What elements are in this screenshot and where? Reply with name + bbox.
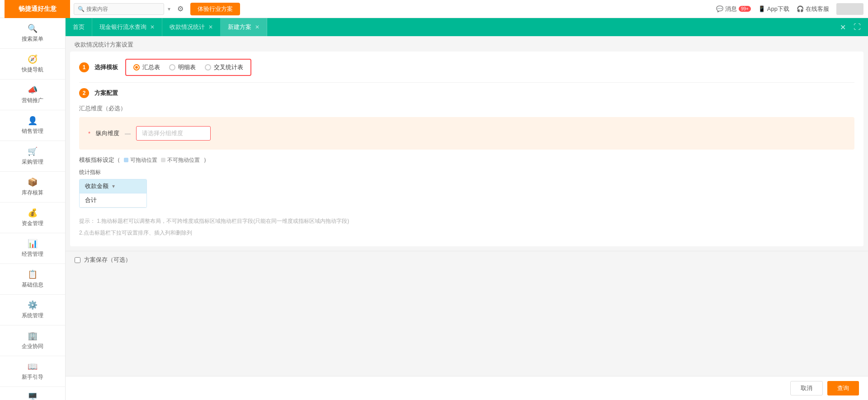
tab-cash-flow-close[interactable]: ✕	[150, 24, 155, 30]
sidebar-item-marketing[interactable]: 📣 营销推广	[0, 80, 65, 110]
sidebar-item-label: 销售管理	[22, 127, 43, 135]
query-button[interactable]: 查询	[827, 381, 859, 395]
search-input[interactable]	[86, 6, 150, 12]
radio-cross-label: 交叉统计表	[214, 63, 243, 71]
settings-icon[interactable]: ⚙	[174, 3, 187, 15]
dimension-row: * 纵向维度 — 请选择分组维度	[88, 126, 845, 141]
sidebar-item-basic-info[interactable]: 📋 基础信息	[0, 264, 65, 295]
system-icon: ⚙️	[28, 300, 38, 310]
tab-maximize-button[interactable]: ⛶	[851, 21, 863, 33]
nav-icon: 🧭	[28, 54, 38, 64]
non-draggable-hint: 不可拖动位置	[161, 156, 200, 164]
metrics-hint-label: 模板指标设定（	[79, 156, 120, 164]
metrics-row-label: 合计	[85, 197, 97, 203]
management-icon: 📊	[28, 239, 38, 249]
sidebar-item-search[interactable]: 🔍 搜索菜单	[0, 18, 65, 49]
metrics-section-label: 统计指标	[79, 169, 854, 176]
dimension-input[interactable]: 请选择分组维度	[136, 126, 211, 141]
search-menu-icon: 🔍	[28, 24, 38, 33]
purchase-icon: 🛒	[28, 146, 38, 156]
sidebar-item-label: 经营管理	[22, 250, 43, 258]
user-avatar[interactable]	[836, 3, 863, 15]
sidebar-item-sales[interactable]: 👤 销售管理	[0, 110, 65, 141]
radio-detail-label: 明细表	[178, 63, 196, 71]
tab-home[interactable]: 首页	[66, 18, 92, 36]
non-draggable-dot	[161, 158, 165, 162]
step2-badge: 2	[79, 88, 89, 98]
tab-new-plan[interactable]: 新建方案 ✕	[221, 18, 267, 36]
cancel-button[interactable]: 取消	[790, 381, 823, 395]
search-dropdown-icon[interactable]: ▾	[168, 6, 170, 12]
sidebar-item-nav[interactable]: 🧭 快捷导航	[0, 49, 65, 80]
tab-close-all-button[interactable]: ✕	[836, 21, 849, 33]
draggable-hint: 可拖动位置	[124, 156, 157, 164]
top-header: 畅捷通好生意 🔍 ▾ ⚙ 体验行业方案 💬 消息 99+ 📱 App下载 🎧 在…	[0, 0, 868, 18]
dimension-area: * 纵向维度 — 请选择分组维度	[79, 117, 854, 150]
service-label: 在线客服	[806, 5, 829, 13]
sales-icon: 👤	[28, 116, 38, 126]
sidebar-item-label: 资金管理	[22, 220, 43, 227]
metrics-col-label: 收款金额	[85, 182, 108, 190]
download-icon: 📱	[758, 5, 765, 12]
download-item[interactable]: 📱 App下载	[758, 5, 789, 13]
trial-button[interactable]: 体验行业方案	[190, 3, 240, 15]
sidebar-item-enterprise[interactable]: 🏢 企业协同	[0, 325, 65, 356]
sidebar-item-guide[interactable]: 📖 新手引导	[0, 356, 65, 387]
metrics-row: 合计	[80, 193, 146, 207]
sidebar-item-management[interactable]: 📊 经营管理	[0, 233, 65, 264]
main-layout: 🔍 搜索菜单 🧭 快捷导航 📣 营销推广 👤 销售管理 🛒 采购管理 📦 库存核…	[0, 18, 868, 400]
message-label: 消息	[725, 5, 737, 13]
radio-cross-dot	[205, 64, 211, 71]
tab-receivable-close[interactable]: ✕	[208, 24, 213, 30]
sidebar-item-label: 采购管理	[22, 158, 43, 166]
tab-receivable[interactable]: 收款情况统计 ✕	[162, 18, 221, 36]
draggable-dot	[124, 158, 128, 162]
main-card: 1 选择模板 汇总表 明细表	[70, 52, 863, 246]
dimension-section-label: 汇总维度（必选）	[79, 104, 854, 113]
metrics-dropdown-icon[interactable]: ▾	[112, 183, 115, 189]
tab-cash-flow[interactable]: 现金银行流水查询 ✕	[92, 18, 162, 36]
sidebar-item-hardware[interactable]: 🖥️ 智能硬件	[0, 387, 65, 400]
non-draggable-label: 不可拖动位置	[167, 156, 200, 164]
step1-badge: 1	[79, 62, 89, 72]
logo: 畅捷通好生意	[5, 0, 70, 18]
sidebar-item-system[interactable]: ⚙️ 系统管理	[0, 295, 65, 325]
tab-new-plan-close[interactable]: ✕	[255, 24, 259, 30]
message-item[interactable]: 💬 消息 99+	[716, 5, 751, 13]
tab-home-label: 首页	[73, 23, 85, 31]
search-icon: 🔍	[78, 6, 85, 12]
radio-cross[interactable]: 交叉统计表	[205, 63, 243, 71]
finance-icon: 💰	[28, 208, 38, 218]
hardware-icon: 🖥️	[28, 392, 38, 400]
sidebar-item-label: 快捷导航	[22, 66, 43, 74]
divider1	[79, 82, 854, 83]
config-section: 汇总维度（必选） * 纵向维度 — 请选择分组维度 模板指标设定（	[79, 104, 854, 238]
step1-label: 选择模板	[94, 63, 118, 71]
step2-label: 方案配置	[94, 89, 118, 97]
service-item[interactable]: 🎧 在线客服	[797, 5, 829, 13]
basic-info-icon: 📋	[28, 269, 38, 279]
message-icon: 💬	[716, 5, 723, 12]
marketing-icon: 📣	[28, 85, 38, 95]
tab-new-plan-label: 新建方案	[228, 23, 251, 31]
tips-section: 提示： 1.拖动标题栏可以调整布局，不可跨维度或指标区域拖动栏目字段(只能在同一…	[79, 216, 854, 238]
sidebar-item-inventory[interactable]: 📦 库存核算	[0, 172, 65, 202]
inventory-icon: 📦	[28, 177, 38, 187]
page-title-bar: 收款情况统计方案设置	[66, 36, 868, 52]
radio-detail[interactable]: 明细表	[169, 63, 196, 71]
save-option-checkbox[interactable]	[75, 257, 80, 263]
sidebar-item-label: 基础信息	[22, 281, 43, 289]
sidebar-item-label: 搜索菜单	[22, 35, 43, 43]
sidebar-item-purchase[interactable]: 🛒 采购管理	[0, 141, 65, 172]
sidebar-item-finance[interactable]: 💰 资金管理	[0, 202, 65, 233]
step1-row: 1 选择模板 汇总表 明细表	[79, 59, 854, 76]
radio-summary[interactable]: 汇总表	[133, 63, 160, 71]
tab-bar: 首页 现金银行流水查询 ✕ 收款情况统计 ✕ 新建方案 ✕ ✕ ⛶	[66, 18, 868, 36]
dimension-row-label: 纵向维度	[96, 129, 119, 137]
save-option-bar: 方案保存（可选）	[66, 251, 868, 268]
metrics-header[interactable]: 收款金额 ▾	[80, 179, 146, 193]
header-search-box[interactable]: 🔍	[74, 3, 164, 15]
page-title: 收款情况统计方案设置	[75, 41, 133, 48]
save-option-label: 方案保存（可选）	[84, 256, 131, 264]
sidebar: 🔍 搜索菜单 🧭 快捷导航 📣 营销推广 👤 销售管理 🛒 采购管理 📦 库存核…	[0, 18, 66, 400]
